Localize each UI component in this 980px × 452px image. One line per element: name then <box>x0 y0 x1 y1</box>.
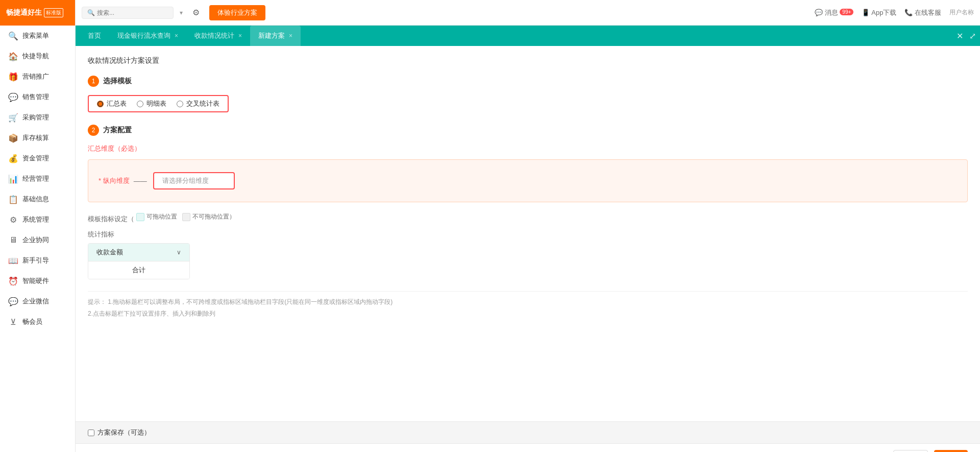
legend-not-draggable-label: 不可拖动位置） <box>192 212 235 221</box>
tab-home[interactable]: 首页 <box>80 26 109 46</box>
close-window-icon[interactable]: ✕ <box>957 31 963 41</box>
sidebar-item-label: 快捷导航 <box>22 52 49 61</box>
sidebar-item-label: 新手引导 <box>22 256 49 265</box>
tab-receipt[interactable]: 收款情况统计 × <box>186 26 250 46</box>
tip-line-1: 提示： 1.拖动标题栏可以调整布局，不可跨维度或指标区域拖动栏目字段(只能在同一… <box>88 298 968 306</box>
radio-crosstab-label: 交叉统计表 <box>186 99 219 108</box>
tip-line-2: 2.点击标题栏下拉可设置排序、插入列和删除列 <box>88 310 968 318</box>
metrics-table-row: 合计 <box>88 261 189 279</box>
sidebar-item-label: 系统管理 <box>22 215 49 224</box>
draggable-box <box>136 213 144 221</box>
system-icon: ⚙ <box>8 215 18 225</box>
search-magnifier-icon: 🔍 <box>87 9 95 16</box>
sidebar-item-label: 基础信息 <box>22 195 49 204</box>
sidebar-item-guide[interactable]: 📖 新手引导 <box>0 250 75 271</box>
dimension-area: * 纵向维度 —— 请选择分组维度 <box>88 159 968 202</box>
radio-detail[interactable]: 明细表 <box>137 99 166 108</box>
tab-new-plan-close[interactable]: × <box>289 32 292 39</box>
tab-cashflow[interactable]: 现金银行流水查询 × <box>109 26 186 46</box>
message-area[interactable]: 💬 消息 99+ <box>815 8 853 17</box>
info-icon: 📋 <box>8 194 18 204</box>
tabbar: 首页 现金银行流水查询 × 收款情况统计 × 新建方案 × ✕ ⤢ <box>76 26 980 46</box>
metrics-row-label: 合计 <box>132 266 145 274</box>
radio-summary-label: 汇总表 <box>107 99 127 108</box>
sidebar-item-wechat[interactable]: 💬 企业微信 <box>0 291 75 312</box>
content-area: 收款情况统计方案设置 1 选择模板 汇总表 明细表 <box>76 46 980 452</box>
guide-icon: 📖 <box>8 255 18 266</box>
dimension-row: * 纵向维度 —— 请选择分组维度 <box>99 172 957 189</box>
message-label: 消息 <box>825 9 838 16</box>
topbar: 🔍 ▾ ⚙ 体验行业方案 💬 消息 99+ 📱 App下载 📞 在线客服 用户名… <box>76 0 980 26</box>
metrics-section: 模板指标设定（ 可拖动位置 不可拖动位置） 统 <box>88 212 968 281</box>
sidebar-item-nav[interactable]: 🏠 快捷导航 <box>0 46 75 66</box>
inventory-icon: 📦 <box>8 133 18 143</box>
member-icon: ⊻ <box>8 317 18 327</box>
sidebar-item-label: 采购管理 <box>22 113 49 122</box>
search-icon: 🔍 <box>8 31 18 41</box>
sidebar-item-label: 搜索菜单 <box>22 31 49 40</box>
search-bar[interactable]: 🔍 <box>82 7 174 19</box>
footer-buttons: 取消 查询 <box>76 443 980 452</box>
metrics-section-title: 统计指标 <box>88 230 968 239</box>
sidebar-item-member[interactable]: ⊻ 畅会员 <box>0 312 75 332</box>
dimension-selector[interactable]: 请选择分组维度 <box>153 172 235 189</box>
tab-new-plan-label: 新建方案 <box>258 31 285 40</box>
wechat-icon: 💬 <box>8 296 18 306</box>
sidebar-item-hardware[interactable]: ⏰ 智能硬件 <box>0 271 75 291</box>
industry-button[interactable]: 体验行业方案 <box>209 5 265 20</box>
sidebar-logo: 畅捷通好生 标准版 <box>0 0 75 26</box>
main-area: 🔍 ▾ ⚙ 体验行业方案 💬 消息 99+ 📱 App下载 📞 在线客服 用户名… <box>76 0 980 452</box>
sidebar-item-label: 营销推广 <box>22 72 49 81</box>
tab-cashflow-close[interactable]: × <box>175 32 178 39</box>
expand-window-icon[interactable]: ⤢ <box>969 31 976 41</box>
gear-icon[interactable]: ⚙ <box>189 6 203 20</box>
sidebar-item-label: 资金管理 <box>22 154 49 163</box>
legend-draggable-label: 可拖动位置 <box>146 212 177 221</box>
metrics-table-header[interactable]: 收款金额 ∨ <box>88 244 189 261</box>
save-section: 方案保存（可选） <box>76 421 980 443</box>
tab-new-plan[interactable]: 新建方案 × <box>250 26 301 46</box>
save-checkbox[interactable] <box>88 430 94 436</box>
sidebar-item-collab[interactable]: 🖥 企业协同 <box>0 230 75 250</box>
metrics-table: 收款金额 ∨ 合计 <box>88 243 190 279</box>
page-title: 收款情况统计方案设置 <box>88 56 968 65</box>
page-container: 收款情况统计方案设置 1 选择模板 汇总表 明细表 <box>76 46 980 421</box>
template-radio-group: 汇总表 明细表 交叉统计表 <box>88 95 229 112</box>
user-name[interactable]: 用户名称 <box>949 8 974 17</box>
sidebar-item-system[interactable]: ⚙ 系统管理 <box>0 209 75 230</box>
step1-section: 1 选择模板 汇总表 明细表 交叉统计表 <box>88 76 968 112</box>
step1-title: 选择模板 <box>103 77 132 86</box>
step2-header: 2 方案配置 <box>88 125 968 136</box>
sidebar-item-label: 畅会员 <box>22 317 42 326</box>
sidebar-item-sales[interactable]: 💬 销售管理 <box>0 87 75 107</box>
tab-receipt-close[interactable]: × <box>238 32 242 39</box>
metrics-dropdown-icon[interactable]: ∨ <box>177 249 181 256</box>
metrics-label: 模板指标设定（ 可拖动位置 不可拖动位置） <box>88 212 235 224</box>
search-input[interactable] <box>97 9 163 16</box>
tab-receipt-label: 收款情况统计 <box>194 31 234 40</box>
sidebar-item-search[interactable]: 🔍 搜索菜单 <box>0 26 75 46</box>
sidebar-item-label: 智能硬件 <box>22 276 49 286</box>
radio-detail-label: 明细表 <box>146 99 166 108</box>
support-area[interactable]: 📞 在线客服 <box>904 8 941 17</box>
save-label: 方案保存（可选） <box>97 428 151 437</box>
sidebar-item-label: 经营管理 <box>22 174 49 183</box>
sidebar-item-marketing[interactable]: 🎁 营销推广 <box>0 66 75 87</box>
sidebar-item-finance[interactable]: 💰 资金管理 <box>0 148 75 169</box>
sales-icon: 💬 <box>8 92 18 102</box>
tip-section: 提示： 1.拖动标题栏可以调整布局，不可跨维度或指标区域拖动栏目字段(只能在同一… <box>88 291 968 327</box>
sidebar-item-inventory[interactable]: 📦 库存核算 <box>0 128 75 148</box>
dimension-arrow: —— <box>134 177 147 185</box>
dimension-row-label: * 纵向维度 <box>99 176 130 185</box>
sidebar-item-operations[interactable]: 📊 经营管理 <box>0 169 75 189</box>
cancel-button[interactable]: 取消 <box>893 450 928 452</box>
save-checkbox-label[interactable]: 方案保存（可选） <box>88 428 151 437</box>
radio-crosstab[interactable]: 交叉统计表 <box>177 99 219 108</box>
radio-summary[interactable]: 汇总表 <box>97 99 127 108</box>
sidebar-item-basic-info[interactable]: 📋 基础信息 <box>0 189 75 209</box>
dropdown-arrow-icon[interactable]: ▾ <box>180 9 183 16</box>
sidebar-item-label: 企业微信 <box>22 297 49 306</box>
download-area[interactable]: 📱 App下载 <box>862 8 896 17</box>
query-button[interactable]: 查询 <box>934 450 968 452</box>
sidebar-item-purchase[interactable]: 🛒 采购管理 <box>0 107 75 128</box>
